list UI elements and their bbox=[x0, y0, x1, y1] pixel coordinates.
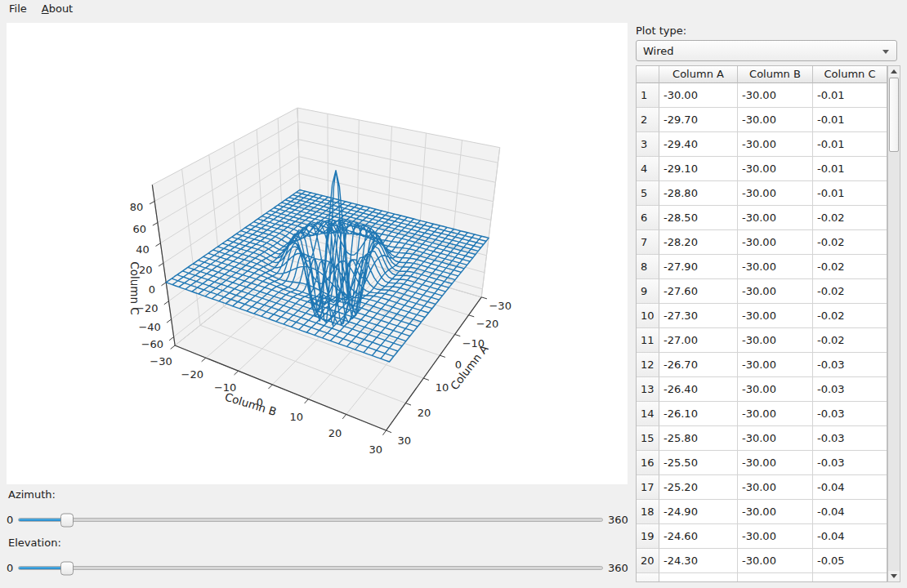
table-row[interactable]: 5-28.80-30.00-0.01 bbox=[637, 181, 887, 206]
table-row[interactable]: 6-28.50-30.00-0.02 bbox=[637, 206, 887, 230]
azimuth-slider-handle[interactable] bbox=[60, 513, 74, 527]
menu-item-file[interactable]: File bbox=[2, 1, 34, 17]
row-number[interactable]: 19 bbox=[637, 524, 659, 549]
row-number[interactable]: 18 bbox=[637, 500, 659, 524]
cell-column-c[interactable]: -0.02 bbox=[813, 230, 887, 255]
cell-column-c[interactable]: -0.02 bbox=[813, 328, 887, 353]
vertical-scrollbar[interactable] bbox=[887, 65, 900, 582]
cell-column-b[interactable]: -30.00 bbox=[738, 402, 813, 426]
cell-column-a[interactable]: -27.60 bbox=[659, 279, 738, 304]
row-number[interactable] bbox=[637, 573, 659, 582]
table-row[interactable]: 19-24.60-30.00-0.04 bbox=[637, 524, 887, 549]
cell-column-a[interactable]: -25.20 bbox=[659, 475, 738, 500]
cell-column-a[interactable]: -30.00 bbox=[659, 83, 738, 108]
row-number[interactable]: 15 bbox=[637, 426, 659, 451]
table-row[interactable]: 14-26.10-30.00-0.03 bbox=[637, 402, 887, 426]
row-number[interactable]: 20 bbox=[637, 549, 659, 573]
cell-column-a[interactable]: -27.30 bbox=[659, 304, 738, 328]
cell-column-c[interactable]: -0.01 bbox=[813, 181, 887, 206]
cell-column-b[interactable]: -30.00 bbox=[738, 353, 813, 377]
cell-column-a[interactable] bbox=[659, 573, 738, 582]
table-row[interactable]: 1-30.00-30.00-0.01 bbox=[637, 83, 887, 108]
cell-column-c[interactable]: -0.02 bbox=[813, 206, 887, 230]
cell-column-a[interactable]: -26.70 bbox=[659, 353, 738, 377]
cell-column-c[interactable] bbox=[813, 573, 887, 582]
row-number[interactable]: 16 bbox=[637, 451, 659, 475]
column-header[interactable]: Column B bbox=[738, 66, 813, 83]
cell-column-b[interactable]: -30.00 bbox=[738, 475, 813, 500]
cell-column-b[interactable]: -30.00 bbox=[738, 157, 813, 181]
cell-column-a[interactable]: -29.40 bbox=[659, 132, 738, 157]
cell-column-c[interactable]: -0.01 bbox=[813, 83, 887, 108]
cell-column-b[interactable]: -30.00 bbox=[738, 83, 813, 108]
cell-column-c[interactable]: -0.01 bbox=[813, 157, 887, 181]
cell-column-c[interactable]: -0.02 bbox=[813, 304, 887, 328]
cell-column-a[interactable]: -25.50 bbox=[659, 451, 738, 475]
cell-column-b[interactable]: -30.00 bbox=[738, 524, 813, 549]
row-number[interactable]: 11 bbox=[637, 328, 659, 353]
cell-column-b[interactable]: -30.00 bbox=[738, 206, 813, 230]
cell-column-b[interactable] bbox=[738, 573, 813, 582]
cell-column-c[interactable]: -0.03 bbox=[813, 402, 887, 426]
table-row[interactable]: 16-25.50-30.00-0.03 bbox=[637, 451, 887, 475]
table-row[interactable]: 15-25.80-30.00-0.03 bbox=[637, 426, 887, 451]
cell-column-c[interactable]: -0.03 bbox=[813, 377, 887, 402]
cell-column-c[interactable]: -0.02 bbox=[813, 279, 887, 304]
scrollbar-thumb[interactable] bbox=[889, 78, 899, 152]
row-number[interactable]: 3 bbox=[637, 132, 659, 157]
table-row[interactable]: 13-26.40-30.00-0.03 bbox=[637, 377, 887, 402]
cell-column-b[interactable]: -30.00 bbox=[738, 549, 813, 573]
table-row[interactable]: 20-24.30-30.00-0.05 bbox=[637, 549, 887, 573]
cell-column-c[interactable]: -0.01 bbox=[813, 132, 887, 157]
cell-column-a[interactable]: -29.70 bbox=[659, 108, 738, 132]
row-number[interactable]: 2 bbox=[637, 108, 659, 132]
table-row[interactable]: 17-25.20-30.00-0.04 bbox=[637, 475, 887, 500]
table-row[interactable]: 4-29.10-30.00-0.01 bbox=[637, 157, 887, 181]
cell-column-c[interactable]: -0.01 bbox=[813, 108, 887, 132]
cell-column-c[interactable]: -0.04 bbox=[813, 500, 887, 524]
table-row[interactable]: 12-26.70-30.00-0.03 bbox=[637, 353, 887, 377]
cell-column-a[interactable]: -24.30 bbox=[659, 549, 738, 573]
row-number[interactable]: 12 bbox=[637, 353, 659, 377]
cell-column-b[interactable]: -30.00 bbox=[738, 132, 813, 157]
cell-column-b[interactable]: -30.00 bbox=[738, 279, 813, 304]
cell-column-a[interactable]: -28.80 bbox=[659, 181, 738, 206]
cell-column-c[interactable]: -0.05 bbox=[813, 549, 887, 573]
elevation-slider[interactable] bbox=[18, 566, 603, 570]
cell-column-a[interactable]: -25.80 bbox=[659, 426, 738, 451]
cell-column-a[interactable]: -24.90 bbox=[659, 500, 738, 524]
table-row[interactable]: 2-29.70-30.00-0.01 bbox=[637, 108, 887, 132]
cell-column-a[interactable]: -28.50 bbox=[659, 206, 738, 230]
row-number[interactable]: 7 bbox=[637, 230, 659, 255]
cell-column-c[interactable]: -0.04 bbox=[813, 524, 887, 549]
table-row[interactable]: 18-24.90-30.00-0.04 bbox=[637, 500, 887, 524]
cell-column-a[interactable]: -28.20 bbox=[659, 230, 738, 255]
cell-column-c[interactable]: -0.04 bbox=[813, 475, 887, 500]
column-header[interactable]: Column C bbox=[813, 66, 887, 83]
cell-column-a[interactable]: -26.10 bbox=[659, 402, 738, 426]
menu-item-about[interactable]: About bbox=[34, 1, 80, 17]
cell-column-b[interactable]: -30.00 bbox=[738, 255, 813, 279]
cell-column-c[interactable]: -0.03 bbox=[813, 426, 887, 451]
cell-column-c[interactable]: -0.02 bbox=[813, 255, 887, 279]
row-number[interactable]: 4 bbox=[637, 157, 659, 181]
cell-column-b[interactable]: -30.00 bbox=[738, 304, 813, 328]
elevation-slider-handle[interactable] bbox=[60, 561, 74, 575]
row-number[interactable]: 10 bbox=[637, 304, 659, 328]
row-number[interactable]: 13 bbox=[637, 377, 659, 402]
row-number[interactable]: 17 bbox=[637, 475, 659, 500]
cell-column-a[interactable]: -24.60 bbox=[659, 524, 738, 549]
row-number[interactable]: 5 bbox=[637, 181, 659, 206]
column-header[interactable]: Column A bbox=[659, 66, 738, 83]
cell-column-b[interactable]: -30.00 bbox=[738, 230, 813, 255]
cell-column-b[interactable]: -30.00 bbox=[738, 108, 813, 132]
azimuth-slider[interactable] bbox=[18, 518, 603, 522]
row-number[interactable]: 8 bbox=[637, 255, 659, 279]
cell-column-b[interactable]: -30.00 bbox=[738, 500, 813, 524]
row-number[interactable]: 6 bbox=[637, 206, 659, 230]
row-number[interactable]: 1 bbox=[637, 83, 659, 108]
row-number[interactable]: 9 bbox=[637, 279, 659, 304]
cell-column-a[interactable]: -26.40 bbox=[659, 377, 738, 402]
cell-column-a[interactable]: -29.10 bbox=[659, 157, 738, 181]
table-row-partial[interactable] bbox=[637, 573, 887, 582]
